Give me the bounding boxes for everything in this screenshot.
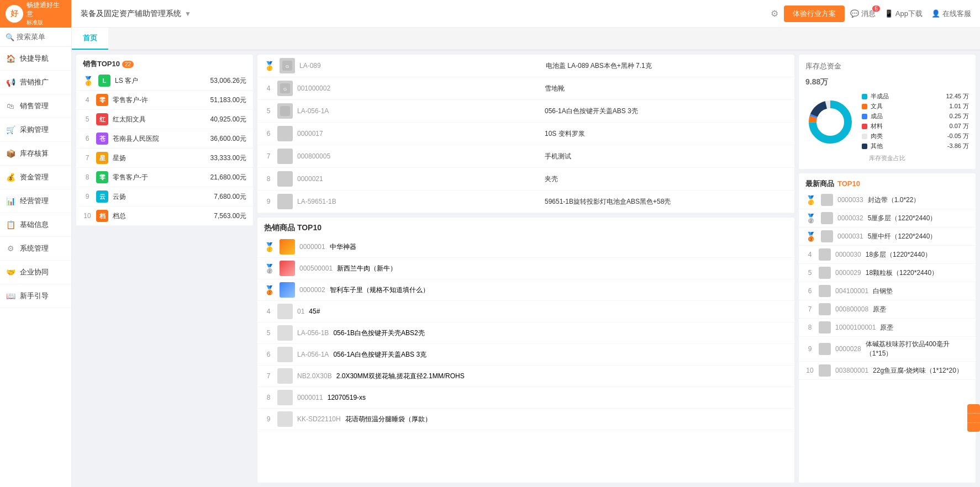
- sidebar-item-basic-info[interactable]: 📋 基础信息: [0, 213, 71, 237]
- svg-rect-4: [280, 106, 290, 116]
- legend-name-2: 文具: [871, 102, 946, 110]
- rank-num-7: 8: [83, 173, 92, 181]
- gear-icon[interactable]: ⚙: [771, 8, 778, 19]
- message-button[interactable]: 💬 消息 6: [850, 9, 876, 19]
- customer-rank-6[interactable]: 7 星 星扬 33,333.00元: [76, 149, 253, 168]
- customer-avatar-7: 零: [96, 171, 108, 183]
- rank-num-8: 8: [264, 394, 273, 401]
- float-service-community[interactable]: 服务社区: [967, 414, 980, 423]
- moving-product-4[interactable]: 5 LA-056-1A 056-1A白色按键开关盖ABS 3壳: [257, 100, 794, 123]
- product-thumb-8: [277, 194, 293, 209]
- customer-rank-8[interactable]: 9 云 云扬 7,680.00元: [76, 187, 253, 207]
- moving-product-code-6: 000800005: [297, 152, 540, 160]
- hot-product-9[interactable]: 9 KK-SD22110H 花语萌恒温分腿睡袋（厚款）: [257, 409, 794, 430]
- new-product-9[interactable]: 9 0000028 体碱荔枝味苏打饮品400毫升（1*15）: [799, 337, 976, 362]
- sidebar-nav: 🏠 快捷导航 📢 营销推广 🛍 销售管理 🛒 采购管理 📦 库存核算 💰 资金管…: [0, 47, 71, 487]
- hot-product-2[interactable]: 🥈 000500001 新西兰牛肉（新牛）: [257, 258, 794, 279]
- hot-product-6[interactable]: 6 LA-056-1A 056-1A白色按键开关盖ABS 3克: [257, 344, 794, 366]
- moving-product-1[interactable]: 🥇 G LA-089 电池盖 LA-089 ABS本色+黑种 7.1克: [257, 55, 794, 77]
- legend-item-2: 文具 1.01 万: [862, 102, 969, 110]
- float-service-live[interactable]: 直播: [967, 423, 980, 432]
- sidebar-item-purchase[interactable]: 🛒 采购管理: [0, 118, 71, 142]
- rank-silver-icon: 🥈: [264, 263, 275, 274]
- customer-avatar-3: 零: [96, 94, 108, 106]
- sidebar-search-area[interactable]: 🔍 搜索菜单: [0, 28, 71, 47]
- sidebar-item-sales[interactable]: 🛍 销售管理: [0, 94, 71, 118]
- new-product-8[interactable]: 8 10000100001 原垄: [799, 319, 976, 337]
- customer-rank-1[interactable]: 🥇 L LS 客户 53,006.26元: [76, 71, 253, 91]
- customer-rank-3[interactable]: 4 零 零售客户-许 51,183.00元: [76, 91, 253, 110]
- top10-label: TOP10: [837, 179, 860, 188]
- moving-product-8[interactable]: 9 LA-59651-1B 59651-1B旋转投影灯电池盒ABS黑色+58壳: [257, 190, 794, 213]
- rank-num: 8: [264, 175, 273, 183]
- sidebar-item-system[interactable]: ⚙ 系统管理: [0, 237, 71, 261]
- moving-product-3[interactable]: 4 G 001000002 雪地靴: [257, 77, 794, 100]
- trial-button[interactable]: 体验行业方案: [784, 6, 845, 22]
- app-name: 畅捷通好生意: [27, 1, 66, 18]
- marketing-icon: 📢: [6, 77, 15, 87]
- customer-avatar-6: 星: [96, 152, 108, 164]
- hot-product-thumb-2: [280, 261, 295, 276]
- hot-product-1[interactable]: 🥇 0000001 中华神器: [257, 236, 794, 258]
- hot-product-4[interactable]: 4 01 45#: [257, 301, 794, 322]
- tab-home[interactable]: 首页: [72, 28, 108, 50]
- legend-name-4: 材料: [871, 122, 946, 130]
- customer-rank-7[interactable]: 8 零 零售客户-于 21,680.00元: [76, 168, 253, 187]
- hot-product-3[interactable]: 🥉 0000002 智利车子里（规格不知道填什么）: [257, 279, 794, 301]
- legend-val-3: 0.25 万: [950, 112, 969, 120]
- new-product-name-5: 18颗粒板（1220*2440）: [866, 268, 969, 278]
- customer-rank-9[interactable]: 10 档 档总 7,563.00元: [76, 207, 253, 226]
- sidebar-item-quick-nav[interactable]: 🏠 快捷导航: [0, 47, 71, 71]
- customer-name-1: LS 客户: [115, 76, 206, 86]
- new-product-3[interactable]: 🥉 0000031 5厘中纤（1220*2440）: [799, 227, 976, 246]
- svg-text:G: G: [286, 64, 289, 69]
- float-service-hotline[interactable]: 客服热线: [967, 404, 980, 414]
- rank-num: 7: [264, 152, 273, 160]
- sidebar: 好 畅捷通好生意 标准版 🔍 搜索菜单 🏠 快捷导航 📢 营销推广 🛍 销售管理…: [0, 0, 72, 487]
- customer-amount-8: 7,680.00元: [214, 192, 246, 202]
- nav-label: 资金管理: [20, 172, 49, 182]
- dropdown-icon[interactable]: ▼: [185, 10, 191, 18]
- hot-product-code-2: 000500001: [299, 264, 333, 272]
- message-badge: 6: [872, 6, 880, 12]
- sidebar-item-inventory[interactable]: 📦 库存核算: [0, 142, 71, 166]
- inventory-icon: 📦: [6, 149, 15, 158]
- moving-product-code-7: 0000021: [297, 175, 540, 183]
- hot-product-8[interactable]: 8 0000011 12070519-xs: [257, 387, 794, 409]
- legend-dot-1: [862, 94, 867, 99]
- sidebar-item-collab[interactable]: 🤝 企业协同: [0, 261, 71, 284]
- online-service-button[interactable]: 👤 在线客服: [931, 9, 971, 19]
- sidebar-item-guide[interactable]: 📖 新手引导: [0, 284, 71, 308]
- new-product-5[interactable]: 5 0000029 18颗粒板（1220*2440）: [799, 264, 976, 282]
- moving-product-5[interactable]: 6 0000017 10S 变料罗浆: [257, 123, 794, 145]
- customer-rank-5[interactable]: 6 苍 苍南县人民医院 36,600.00元: [76, 129, 253, 149]
- moving-product-7[interactable]: 8 0000021 夹壳: [257, 168, 794, 190]
- rank-num: 4: [264, 84, 273, 92]
- new-products-label: 最新商品: [805, 179, 834, 189]
- search-menu-button[interactable]: 🔍 搜索菜单: [6, 32, 45, 42]
- new-product-2[interactable]: 🥈 0000032 5厘多层（1220*2440）: [799, 209, 976, 227]
- hot-product-5[interactable]: 5 LA-056-1B 056-1B白色按键开关壳ABS2壳: [257, 322, 794, 344]
- product-thumb-3: G: [277, 81, 293, 96]
- basic-info-icon: 📋: [6, 220, 15, 230]
- right-panel: 库存总资金 9.88万: [799, 55, 976, 483]
- sidebar-item-marketing[interactable]: 📢 营销推广: [0, 71, 71, 94]
- online-service-label: 在线客服: [942, 9, 971, 19]
- new-product-6[interactable]: 6 004100001 白钢垫: [799, 282, 976, 300]
- moving-product-6[interactable]: 7 000800005 手机测试: [257, 145, 794, 168]
- new-product-10[interactable]: 10 003800001 22g鱼豆腐-烧烤味（1*12*20）: [799, 362, 976, 380]
- new-product-code-8: 10000100001: [835, 324, 876, 331]
- hot-product-name-8: 12070519-xs: [328, 394, 366, 401]
- hot-product-7[interactable]: 7 NB2.0X30B 2.0X30MM双搓花轴,搓花直径2.1MM/ROHS: [257, 366, 794, 387]
- new-product-name-1: 封边带（1.0*22）: [868, 195, 969, 205]
- moving-product-code-1: LA-089: [299, 62, 541, 70]
- sidebar-item-operations[interactable]: 📊 经营管理: [0, 189, 71, 213]
- new-product-1[interactable]: 🥇 0000033 封边带（1.0*22）: [799, 191, 976, 209]
- app-download-button[interactable]: 📱 App下载: [884, 9, 923, 19]
- new-rank-7: 7: [805, 305, 814, 313]
- customer-rank-4[interactable]: 5 红 红太阳文具 40,925.00元: [76, 110, 253, 129]
- customer-name-6: 星扬: [113, 153, 206, 163]
- new-product-4[interactable]: 4 0000030 18多层（1220*2440）: [799, 246, 976, 264]
- new-product-7[interactable]: 7 000800008 原垄: [799, 300, 976, 319]
- sidebar-item-finance[interactable]: 💰 资金管理: [0, 166, 71, 189]
